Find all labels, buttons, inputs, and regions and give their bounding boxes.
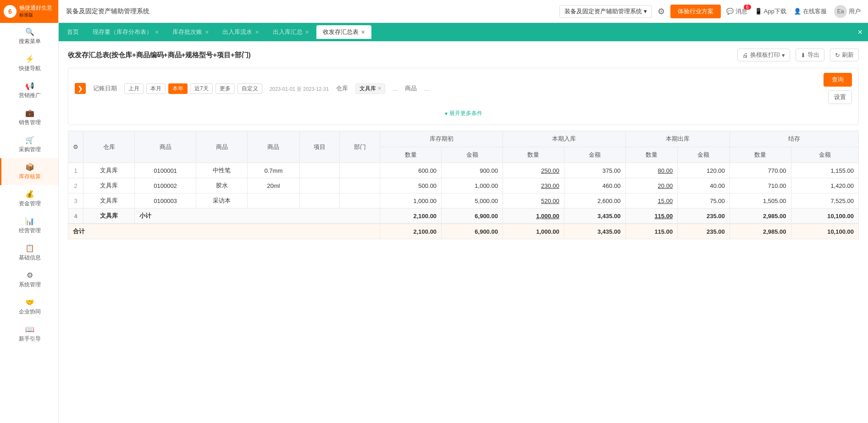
print-btn[interactable]: 🖨 换模板打印 ▾: [737, 49, 790, 61]
subtotal-out-qty[interactable]: 115.00: [625, 209, 678, 224]
last7-btn[interactable]: 近7天: [190, 83, 213, 94]
row-spec: 0.7mm: [248, 163, 300, 178]
topbar-actions: 💬 消息 6 📱 App下载 👤 在线客服 Ea 用户: [726, 5, 861, 18]
row-in-qty[interactable]: 520.00: [503, 193, 564, 209]
subtotal-in-qty[interactable]: 1,000.00: [503, 209, 564, 224]
sidebar-item-搜索菜单[interactable]: 🔍搜索菜单: [0, 23, 58, 50]
sidebar-item-营销推广[interactable]: 📢营销推广: [0, 77, 58, 104]
row-bal-qty: 1,505.00: [730, 193, 791, 209]
row-bal-qty: 770.00: [730, 163, 791, 178]
row-open-amt: 1,000.00: [442, 178, 503, 193]
table-footer: 合计 2,100.00 6,900.00 1,000.00 3,435.00 1…: [68, 224, 859, 239]
th-gear[interactable]: ⚙: [68, 131, 83, 163]
goods-ellipsis[interactable]: ...: [424, 85, 429, 92]
table-header-row-1: ⚙ 仓库 商品 商品 商品 项目 部门 库存期初 本期入库 本期出库 结存: [68, 131, 859, 147]
query-btn[interactable]: 查询: [824, 73, 852, 87]
tab-收发存汇总表[interactable]: 收发存汇总表×: [316, 25, 371, 39]
row-name: 胶水: [196, 178, 247, 193]
tab-label: 收发存汇总表: [323, 28, 359, 36]
user-label: 用户: [849, 7, 861, 16]
sidebar-item-采购管理[interactable]: 🛒采购管理: [0, 131, 58, 158]
row-in-qty[interactable]: 230.00: [503, 178, 564, 193]
tab-现存量（库存分布表）[interactable]: 现存量（库存分布表）×: [86, 25, 165, 39]
row-out-qty[interactable]: 80.00: [625, 163, 678, 178]
print-dropdown-icon: ▾: [782, 52, 785, 59]
print-label: 换模板打印: [750, 51, 780, 59]
set-btn[interactable]: 设置: [828, 90, 852, 104]
total-row: 合计 2,100.00 6,900.00 1,000.00 3,435.00 1…: [68, 224, 859, 239]
th-warehouse: 仓库: [83, 131, 135, 163]
tab-库存批次账[interactable]: 库存批次账×: [166, 25, 215, 39]
experience-btn[interactable]: 体验行业方案: [670, 5, 721, 18]
tab-close-icon[interactable]: ×: [305, 29, 309, 35]
tabbar-close-icon[interactable]: ×: [854, 27, 866, 37]
row-code: 0100002: [135, 178, 196, 193]
sidebar-item-销售管理[interactable]: 💼销售管理: [0, 104, 58, 131]
message-icon: 💬: [726, 8, 734, 15]
row-out-qty[interactable]: 15.00: [625, 193, 678, 209]
sidebar-item-资金管理[interactable]: 💰资金管理: [0, 185, 58, 212]
tab-出入库汇总[interactable]: 出入库汇总×: [266, 25, 315, 39]
total-out-qty: 115.00: [625, 224, 678, 239]
sidebar-item-新手引导[interactable]: 📖新手引导: [0, 320, 58, 347]
tab-close-icon[interactable]: ×: [361, 29, 365, 35]
sidebar-item-label: 库存核算: [19, 173, 41, 181]
tab-close-icon[interactable]: ×: [155, 29, 159, 35]
sidebar-item-基础信息[interactable]: 📋基础信息: [0, 239, 58, 266]
sidebar-item-快捷导航[interactable]: ⚡快捷导航: [0, 50, 58, 77]
service-icon: 👤: [794, 8, 801, 15]
sidebar-item-库存核算[interactable]: 📦库存核算: [0, 158, 58, 185]
export-btn[interactable]: ⬇ 导出: [796, 49, 824, 61]
warehouse-tag-close[interactable]: ×: [378, 85, 381, 92]
warehouse-ellipsis[interactable]: ...: [393, 85, 398, 92]
print-icon: 🖨: [742, 52, 748, 59]
row-bal-amt: 1,155.00: [791, 163, 858, 178]
th-product-spec: 商品: [248, 131, 300, 163]
tab-出入库流水[interactable]: 出入库流水×: [216, 25, 265, 39]
subtotal-open-amt: 6,900.00: [442, 209, 503, 224]
sidebar-item-label: 基础信息: [19, 254, 41, 262]
tab-close-icon[interactable]: ×: [255, 29, 259, 35]
page: 收发存汇总表(按仓库+商品编码+商品+规格型号+项目+部门) 🖨 换模板打印 ▾…: [59, 41, 868, 423]
message-action[interactable]: 💬 消息 6: [726, 7, 747, 16]
th-out-qty: 数量: [625, 147, 678, 163]
tab-首页[interactable]: 首页: [61, 25, 85, 39]
this-year-btn[interactable]: 本年: [168, 83, 188, 94]
warehouse-filter-label: 仓库: [336, 84, 348, 93]
page-header: 收发存汇总表(按仓库+商品编码+商品+规格型号+项目+部门) 🖨 换模板打印 ▾…: [68, 49, 859, 61]
row-bal-amt: 7,525.00: [791, 193, 858, 209]
settings-icon[interactable]: ⚙: [658, 6, 665, 16]
page-title: 收发存汇总表(按仓库+商品编码+商品+规格型号+项目+部门): [68, 51, 251, 60]
row-in-qty[interactable]: 250.00: [503, 163, 564, 178]
sidebar-item-企业协同[interactable]: 🤝企业协同: [0, 293, 58, 320]
page-actions: 🖨 换模板打印 ▾ ⬇ 导出 ↻ 刷新: [737, 49, 859, 61]
date-range-display: 2023-01-01 至 2023-12-31: [270, 86, 329, 93]
more-btn[interactable]: 更多: [216, 83, 235, 94]
refresh-btn[interactable]: ↻ 刷新: [830, 49, 859, 61]
online-service-label: 在线客服: [803, 7, 827, 16]
last-month-btn[interactable]: 上月: [124, 83, 144, 94]
filter-arrow-btn[interactable]: ❯: [75, 83, 86, 94]
expand-more-btn[interactable]: ▾ 展开更多条件: [445, 110, 482, 117]
app-download-action[interactable]: 📱 App下载: [755, 7, 786, 16]
row-out-qty[interactable]: 20.00: [625, 178, 678, 193]
row-in-amt: 375.00: [564, 163, 625, 178]
logo-icon: 6: [4, 5, 17, 18]
sidebar-item-系统管理[interactable]: ⚙系统管理: [0, 266, 58, 293]
query-actions: 查询 设置: [824, 73, 852, 104]
sidebar: 6 畅捷通好生意 标准版 🔍搜索菜单⚡快捷导航📢营销推广💼销售管理🛒采购管理📦库…: [0, 0, 59, 423]
table-row: 3 文具库 0100003 采访本 1,000.00 5,000.00 520.…: [68, 193, 859, 209]
system-dropdown[interactable]: 装备及固定资产辅助管理系统 ▾: [559, 5, 652, 18]
sidebar-item-经营管理[interactable]: 📊经营管理: [0, 212, 58, 239]
row-out-amt: 120.00: [678, 163, 730, 178]
this-month-btn[interactable]: 本月: [146, 83, 166, 94]
th-product-name: 商品: [196, 131, 247, 163]
tab-close-icon[interactable]: ×: [205, 29, 209, 35]
online-service-action[interactable]: 👤 在线客服: [794, 7, 827, 16]
custom-btn[interactable]: 自定义: [238, 83, 262, 94]
user-action[interactable]: Ea 用户: [834, 5, 861, 18]
main-area: 装备及固定资产辅助管理系统 装备及固定资产辅助管理系统 ▾ ⚙ 体验行业方案 💬…: [59, 0, 868, 423]
sidebar-item-label: 资金管理: [19, 200, 41, 208]
row-dept: [340, 193, 380, 209]
sidebar-icon: 💰: [25, 190, 34, 198]
